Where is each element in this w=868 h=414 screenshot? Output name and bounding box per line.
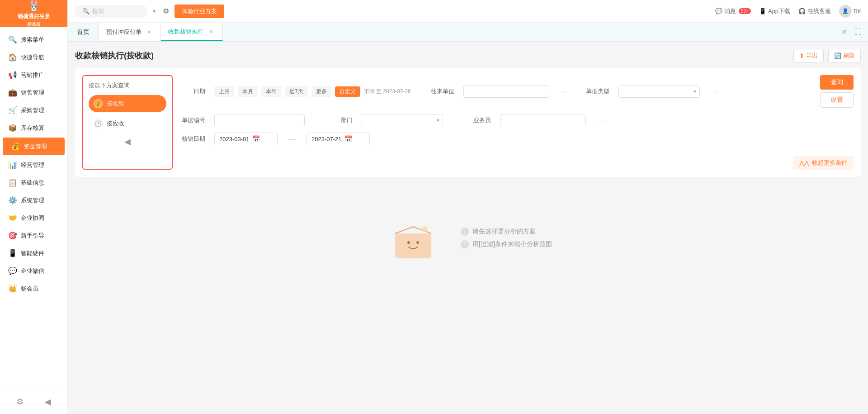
sidebar-item-basic-info[interactable]: 📋 基础信息 [0, 174, 67, 191]
page-header-actions: ⬆ 导出 🔄 刷新 [793, 49, 861, 62]
customer-service-label: 在线客服 [807, 7, 831, 15]
filter-panel-collapse-icon[interactable]: ◀ [89, 135, 166, 148]
sidebar-item-marketing[interactable]: 📢 营销推广 [0, 66, 67, 84]
doc-number-label: 单据编号 [180, 116, 205, 124]
verify-date-end-input[interactable]: 2023-07-21 📅 [307, 133, 370, 145]
message-badge: 99+ [739, 8, 751, 14]
query-button[interactable]: 查询 [820, 75, 854, 90]
calendar-start-icon: 📅 [252, 135, 260, 143]
wechat-icon: 💬 [8, 266, 17, 275]
settings-gear-icon[interactable]: ⚙ [14, 394, 26, 409]
date-tab-this-month[interactable]: 本月 [238, 86, 258, 97]
empty-tip-2: 2 用[过滤]条件来缩小分析范围 [461, 240, 552, 248]
sidebar-item-management[interactable]: 📊 经营管理 [0, 156, 67, 174]
enterprise-icon: 🤝 [8, 214, 17, 222]
date-label: 日期 [180, 87, 205, 95]
topbar-search[interactable]: 🔍 搜索 [75, 5, 147, 18]
svg-point-2 [407, 241, 410, 244]
sidebar-item-enterprise[interactable]: 🤝 企业协同 [0, 209, 67, 227]
empty-illustration [384, 213, 443, 263]
tab-prepay[interactable]: 预付冲应付单 ✕ [99, 23, 161, 41]
customer-service-item[interactable]: 🎧 在线客服 [798, 7, 831, 15]
guide-icon: 🎯 [8, 231, 17, 240]
doc-type-dots[interactable]: ··· [710, 86, 722, 97]
topbar-chevron-icon[interactable]: ▾ [153, 8, 156, 14]
home-icon: 🏠 [8, 53, 17, 62]
settings-button[interactable]: 设置 [820, 92, 854, 108]
sidebar-item-label: 采购管理 [21, 106, 44, 114]
export-button[interactable]: ⬆ 导出 [793, 49, 824, 62]
empty-tip-1-text: 请先选择要分析的方案 [472, 228, 536, 236]
sidebar-item-label: 智能硬件 [21, 249, 44, 257]
sidebar-item-label: 搜索菜单 [21, 36, 44, 44]
doc-type-select[interactable] [618, 86, 700, 98]
sidebar-item-hardware[interactable]: 📱 智能硬件 [0, 244, 67, 262]
sidebar-item-guide[interactable]: 🎯 新手引导 [0, 227, 67, 244]
tabbar: 首页 预付冲应付单 ✕ 收款核销执行 ✕ ✕ ⛶ [68, 23, 868, 42]
sidebar-item-label: 销售管理 [21, 89, 44, 97]
topbar-gear-icon[interactable]: ⚙ [163, 7, 169, 15]
filter-option-by-receivable[interactable]: 🕐 按应收 [89, 115, 166, 132]
refresh-button[interactable]: 🔄 刷新 [828, 49, 861, 62]
empty-state: 1 请先选择要分析的方案 2 用[过滤]条件来缩小分析范围 [75, 177, 861, 299]
counterparty-dots[interactable]: ··· [558, 86, 571, 97]
home-tab-label: 首页 [77, 28, 90, 36]
empty-tip-1: 1 请先选择要分析的方案 [461, 228, 552, 236]
tab-receipt-verify[interactable]: 收款核销执行 ✕ [161, 23, 223, 41]
collapse-sidebar-icon[interactable]: ◀ [42, 394, 54, 409]
sidebar-item-label: 企业协同 [21, 214, 44, 222]
sidebar-item-member[interactable]: 👑 畅会员 [0, 280, 67, 297]
doc-type-select-wrap [618, 86, 700, 98]
staff-dots[interactable]: ··· [595, 115, 608, 126]
user-info[interactable]: 👤 Rit [839, 5, 861, 18]
sidebar-item-label: 营销推广 [21, 71, 44, 79]
doc-number-input[interactable] [214, 114, 305, 126]
date-tab-more[interactable]: 更多 [311, 86, 331, 97]
message-item[interactable]: 💬 消息 99+ [715, 7, 751, 15]
sidebar-item-sales[interactable]: 💼 销售管理 [0, 84, 67, 101]
tab-home[interactable]: 首页 [68, 23, 99, 41]
marketing-icon: 📢 [8, 71, 17, 79]
verify-date-start-input[interactable]: 2023-03-01 📅 [214, 133, 278, 145]
sidebar-item-wechat[interactable]: 💬 企业微信 [0, 262, 67, 280]
tabbar-actions: ✕ ⛶ [840, 23, 868, 41]
filter-option-by-receivable-label: 按应收 [107, 119, 124, 128]
date-tab-this-year[interactable]: 本年 [261, 86, 281, 97]
receipt-icon: 💰 [93, 99, 103, 109]
export-icon: ⬆ [799, 52, 804, 59]
verify-date-label: 核销日期 [180, 135, 205, 143]
tab-receipt-verify-close-icon[interactable]: ✕ [207, 28, 215, 36]
sidebar-item-label: 经营管理 [21, 161, 44, 169]
sidebar-item-inventory[interactable]: 📦 库存核算 [0, 119, 67, 137]
sidebar-item-quick-nav[interactable]: 🏠 快捷导航 [0, 48, 67, 66]
username-label: Rit [854, 8, 861, 14]
sidebar-menu: 🔍 搜索菜单 🏠 快捷导航 📢 营销推广 💼 销售管理 🛒 采购管理 📦 库存核… [0, 27, 67, 389]
svg-point-3 [416, 241, 419, 244]
collapse-conditions-button[interactable]: ⋀⋀ 收起更多条件 [793, 156, 854, 170]
sidebar-item-finance[interactable]: 💰 资金管理 [3, 138, 65, 155]
date-tab-last-7[interactable]: 近7天 [285, 86, 308, 97]
doc-type-label: 单据类型 [584, 87, 609, 95]
sidebar-item-search[interactable]: 🔍 搜索菜单 [0, 31, 67, 48]
staff-input[interactable] [500, 114, 586, 126]
inventory-icon: 📦 [8, 124, 17, 132]
tab-prepay-close-icon[interactable]: ✕ [145, 28, 153, 36]
filter-row-3: 核销日期 2023-03-01 📅 — 2023-07-21 📅 [180, 133, 854, 145]
main-content: 🔍 搜索 ▾ ⚙ 体验行业方案 💬 消息 99+ 📱 App下载 🎧 在线客服 [68, 0, 868, 414]
sidebar-item-purchase[interactable]: 🛒 采购管理 [0, 101, 67, 119]
date-tab-custom[interactable]: 自定义 [335, 86, 360, 97]
sidebar-item-system[interactable]: ⚙️ 系统管理 [0, 191, 67, 209]
page-title: 收款核销执行(按收款) [75, 50, 154, 61]
basic-info-icon: 📋 [8, 178, 17, 187]
solution-button[interactable]: 体验行业方案 [175, 5, 224, 18]
app-download-item[interactable]: 📱 App下载 [759, 7, 790, 15]
purchase-icon: 🛒 [8, 106, 17, 114]
message-label: 消息 [724, 7, 736, 15]
close-tab-icon[interactable]: ✕ [840, 26, 849, 38]
sidebar-item-label: 企业微信 [21, 267, 44, 275]
filter-option-by-receipt[interactable]: 💰 按收款 [89, 95, 166, 112]
counterparty-input[interactable] [463, 86, 549, 98]
department-select[interactable] [362, 114, 443, 126]
expand-tab-icon[interactable]: ⛶ [853, 26, 863, 38]
date-tab-last-month[interactable]: 上月 [214, 86, 234, 97]
